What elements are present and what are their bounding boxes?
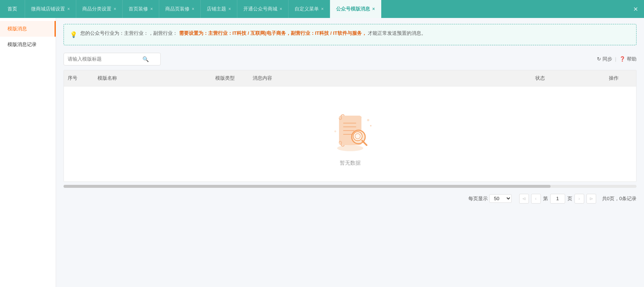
nav-tab-store-theme-label: 店铺主题 xyxy=(207,6,226,12)
th-action-label: 操作 xyxy=(609,75,619,81)
sidebar-item-template-msg-log[interactable]: 模版消息记录 xyxy=(0,37,56,52)
close-home-decor-icon[interactable]: × xyxy=(150,6,153,12)
sidebar-item-template-msg-label: 模版消息 xyxy=(7,26,27,31)
svg-point-11 xyxy=(334,130,336,132)
page-prefix-label: 第 xyxy=(543,195,548,202)
search-bar: 🔍 ↻ 同步 | ❓ 帮助 xyxy=(64,53,637,65)
top-nav: 首页 微商城店铺设置 × 商品分类设置 × 首页装修 × 商品页装修 × 店铺主… xyxy=(0,0,644,18)
nav-tab-category-label: 商品分类设置 xyxy=(82,6,111,12)
sync-label: 同步 xyxy=(603,56,612,62)
toolbar-divider: | xyxy=(615,56,616,62)
nav-tab-store-theme[interactable]: 店铺主题 × xyxy=(201,0,237,18)
nav-tab-template-msg[interactable]: 公众号模版消息 × xyxy=(330,0,381,18)
th-content-label: 消息内容 xyxy=(253,75,272,81)
notice-box: 💡 您的公众号行业为：主营行业：，副营行业： 需要设置为：主营行业：IT科技 /… xyxy=(64,24,637,45)
empty-state: 暂无数据 xyxy=(64,86,636,181)
page-size-dropdown[interactable]: 50 20 100 xyxy=(489,194,512,203)
current-page-input[interactable] xyxy=(550,194,565,204)
page-size-select: 每页显示 50 20 100 xyxy=(468,194,513,203)
main-layout: 模版消息 模版消息记录 💡 您的公众号行业为：主营行业：，副营行业： 需要设置为… xyxy=(0,18,644,287)
notice-highlight: 需要设置为：主营行业：IT科技 / 互联网|电子商务，副营行业：IT科技 / I… xyxy=(179,30,367,36)
sidebar: 模版消息 模版消息记录 xyxy=(0,18,56,287)
nav-tab-wsc-settings[interactable]: 微商城店铺设置 × xyxy=(25,0,76,18)
nav-tab-category[interactable]: 商品分类设置 × xyxy=(76,0,123,18)
svg-point-6 xyxy=(353,132,362,141)
close-product-decor-icon[interactable]: × xyxy=(192,6,194,12)
close-wsc-settings-icon[interactable]: × xyxy=(67,6,70,12)
notice-suffix: 才能正常发送预置的消息。 xyxy=(368,30,426,36)
th-name: 模版名称 xyxy=(94,70,212,86)
empty-illustration xyxy=(328,109,373,154)
first-page-button[interactable]: ⊲ xyxy=(519,194,529,204)
th-type-label: 模版类型 xyxy=(215,75,235,81)
nav-tab-product-decor-label: 商品页装修 xyxy=(165,6,189,12)
sync-icon: ↻ xyxy=(597,56,601,62)
close-all-button[interactable]: ✕ xyxy=(627,0,644,18)
th-content: 消息内容 xyxy=(249,70,531,86)
data-table: 序号 模版名称 模版类型 消息内容 状态 操作 xyxy=(64,70,637,182)
empty-text: 暂无数据 xyxy=(340,160,361,167)
close-store-theme-icon[interactable]: × xyxy=(228,6,231,12)
th-status: 状态 xyxy=(531,70,591,86)
nav-tab-product-decor[interactable]: 商品页装修 × xyxy=(159,0,201,18)
close-category-icon[interactable]: × xyxy=(114,6,116,12)
notice-text: 您的公众号行业为：主营行业：，副营行业： 需要设置为：主营行业：IT科技 / 互… xyxy=(80,30,426,37)
nav-tab-template-msg-label: 公众号模版消息 xyxy=(336,6,370,12)
prev-page-button[interactable]: ‹ xyxy=(531,194,541,204)
sidebar-item-template-msg-log-label: 模版消息记录 xyxy=(7,42,37,47)
th-seq: 序号 xyxy=(64,70,94,86)
svg-point-10 xyxy=(370,125,372,126)
nav-tab-home[interactable]: 首页 xyxy=(0,0,25,18)
search-input[interactable] xyxy=(68,56,142,62)
close-open-mall-icon[interactable]: × xyxy=(280,6,282,12)
search-icon[interactable]: 🔍 xyxy=(142,56,149,62)
close-all-icon: ✕ xyxy=(633,6,638,13)
help-label: 帮助 xyxy=(627,56,637,62)
help-button[interactable]: ❓ 帮助 xyxy=(619,56,637,62)
main-content: 💡 您的公众号行业为：主营行业：，副营行业： 需要设置为：主营行业：IT科技 /… xyxy=(56,18,644,287)
horizontal-scrollbar[interactable] xyxy=(64,185,637,188)
th-name-label: 模版名称 xyxy=(98,75,117,81)
toolbar-right: ↻ 同步 | ❓ 帮助 xyxy=(597,56,637,62)
page-suffix-label: 页 xyxy=(567,195,572,202)
svg-line-7 xyxy=(362,141,367,145)
th-action: 操作 xyxy=(591,70,636,86)
home-label: 首页 xyxy=(7,6,17,12)
sync-button[interactable]: ↻ 同步 xyxy=(597,56,612,62)
next-page-button[interactable]: › xyxy=(574,194,584,204)
nav-tab-wsc-settings-label: 微商城店铺设置 xyxy=(31,6,65,12)
nav-tab-custom-menu[interactable]: 自定义菜单 × xyxy=(289,0,330,18)
svg-point-0 xyxy=(337,145,363,151)
th-type: 模版类型 xyxy=(212,70,249,86)
nav-tab-open-mall-label: 开通公众号商城 xyxy=(243,6,277,12)
notice-icon: 💡 xyxy=(70,30,77,40)
search-input-wrap[interactable]: 🔍 xyxy=(64,53,161,65)
nav-tab-home-decor-label: 首页装修 xyxy=(129,6,148,12)
sidebar-item-template-msg[interactable]: 模版消息 xyxy=(0,21,56,37)
close-template-msg-icon[interactable]: × xyxy=(372,6,375,12)
close-custom-menu-icon[interactable]: × xyxy=(321,6,324,12)
page-total: 共0页，0条记录 xyxy=(602,195,637,202)
scrollbar-thumb[interactable] xyxy=(64,185,551,188)
svg-point-9 xyxy=(367,119,369,121)
th-status-label: 状态 xyxy=(535,75,545,81)
nav-tab-open-mall[interactable]: 开通公众号商城 × xyxy=(237,0,289,18)
table-header: 序号 模版名称 模版类型 消息内容 状态 操作 xyxy=(64,70,636,86)
notice-prefix: 您的公众号行业为：主营行业：，副营行业： xyxy=(80,30,178,36)
pagination: 每页显示 50 20 100 ⊲ ‹ 第 页 › ⊳ 共0页，0条记录 xyxy=(64,191,637,205)
nav-tab-custom-menu-label: 自定义菜单 xyxy=(295,6,319,12)
last-page-button[interactable]: ⊳ xyxy=(586,194,596,204)
th-seq-label: 序号 xyxy=(68,75,77,81)
help-icon: ❓ xyxy=(619,56,625,62)
nav-tab-home-decor[interactable]: 首页装修 × xyxy=(123,0,159,18)
page-size-label: 每页显示 xyxy=(468,195,488,202)
